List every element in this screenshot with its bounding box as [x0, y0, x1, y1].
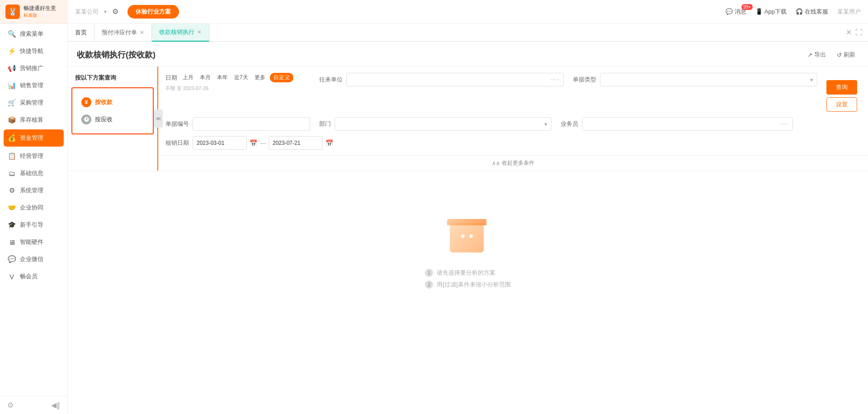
- app-icon: 📱: [755, 8, 763, 15]
- sidebar-item-9[interactable]: ⚙系统管理: [0, 182, 67, 199]
- menu-icon-5: 📦: [7, 116, 16, 124]
- logo-icon: 🐰: [5, 5, 20, 19]
- collapse-sidebar-btn[interactable]: ◀‖: [51, 401, 60, 409]
- message-badge: 99+: [741, 4, 753, 10]
- empty-state: 1 请先选择要分析的方案 2 用[过滤]条件来缩小分析范围: [68, 171, 868, 325]
- page: 收款核销执行(按收款) ↗ 导出 ↺ 刷新 按以下方案查询: [68, 42, 868, 414]
- main-area: 某某公司 ▾ ⚙ 休验行业方案 💬 消息 99+ 📱 App下载 🎧 在线客服 …: [68, 0, 868, 414]
- menu-label-3: 销售管理: [20, 81, 43, 90]
- query-sidebar-title: 按以下方案查询: [68, 74, 157, 87]
- sidebar-item-4[interactable]: 🛒采购管理: [0, 94, 67, 111]
- topbar: 某某公司 ▾ ⚙ 休验行业方案 💬 消息 99+ 📱 App下载 🎧 在线客服 …: [68, 0, 868, 24]
- online-service-btn[interactable]: 🎧 在线客服: [796, 8, 828, 16]
- menu-icon-6: 💰: [7, 134, 16, 142]
- settings-gear-icon[interactable]: ⚙: [112, 7, 118, 16]
- verify-date-end-calendar-icon[interactable]: 📅: [326, 139, 333, 147]
- sidebar: 🐰 畅捷通好生意 标准版 🔍搜索菜单⚡快捷导航📢营销推广📊销售管理🛒采购管理📦库…: [0, 0, 68, 414]
- menu-label-2: 营销推广: [20, 64, 43, 72]
- counterpart-input[interactable]: [350, 73, 551, 86]
- menu-label-5: 库存核算: [20, 116, 43, 124]
- export-button[interactable]: ↗ 导出: [804, 49, 830, 61]
- message-icon: 💬: [726, 8, 733, 15]
- logo-sub: 标准版: [24, 12, 56, 19]
- receipt-option-icon: ¥: [81, 97, 91, 107]
- page-actions: ↗ 导出 ↺ 刷新: [804, 49, 859, 61]
- company-dropdown-icon[interactable]: ▾: [104, 9, 107, 15]
- query-option-by-receipt[interactable]: ¥ 按收款: [74, 94, 151, 111]
- tab-receipt-close-icon[interactable]: ✕: [197, 29, 202, 35]
- tab-prepay[interactable]: 预付冲应付单 ✕: [94, 24, 152, 42]
- menu-icon-14: V: [7, 273, 16, 281]
- empty-step-2: 2 用[过滤]条件来缩小分析范围: [425, 281, 510, 289]
- sidebar-item-1[interactable]: ⚡快捷导航: [0, 43, 67, 60]
- close-tab-icon[interactable]: ✕: [846, 28, 852, 37]
- menu-icon-13: 💬: [7, 255, 16, 263]
- doc-num-label: 单据编号: [165, 120, 189, 128]
- sidebar-item-8[interactable]: 🗂基础信息: [0, 165, 67, 182]
- refresh-label: 刷新: [844, 51, 855, 59]
- query-option-by-receivable[interactable]: 🕐 按应收: [74, 111, 151, 128]
- menu-icon-9: ⚙: [7, 186, 16, 195]
- sidebar-logo: 🐰 畅捷通好生意 标准版: [0, 0, 67, 24]
- empty-texts: 1 请先选择要分析的方案 2 用[过滤]条件来缩小分析范围: [425, 269, 510, 289]
- service-label: 在线客服: [805, 8, 828, 16]
- app-download-btn[interactable]: 📱 App下载: [755, 8, 787, 16]
- sidebar-item-6[interactable]: 💰资金管理: [4, 129, 64, 147]
- doc-type-dropdown-icon[interactable]: ▾: [810, 76, 813, 83]
- verify-date-label: 核销日期: [165, 139, 189, 147]
- query-area: 按以下方案查询 ¥ 按收款 🕐 按应收 ≪: [68, 67, 868, 171]
- settings-icon[interactable]: ⚙: [7, 401, 14, 409]
- last-month-btn[interactable]: 上月: [181, 73, 195, 82]
- staff-more-icon[interactable]: ···: [780, 120, 789, 128]
- export-label: 导出: [814, 51, 826, 59]
- step1-num: 1: [425, 269, 433, 277]
- tab-receipt[interactable]: 收款核销执行 ✕: [152, 24, 209, 42]
- sidebar-item-0[interactable]: 🔍搜索菜单: [0, 25, 67, 43]
- setting-button[interactable]: 设置: [826, 97, 857, 112]
- menu-label-12: 智能硬件: [20, 238, 43, 246]
- verify-date-end-input[interactable]: [269, 136, 323, 150]
- last-7days-btn[interactable]: 近7天: [232, 73, 250, 82]
- menu-label-1: 快捷导航: [20, 47, 43, 55]
- menu-icon-11: 🎓: [7, 221, 16, 229]
- solution-button[interactable]: 休验行业方案: [127, 5, 179, 19]
- refresh-button[interactable]: ↺ 刷新: [833, 49, 859, 61]
- custom-date-btn[interactable]: 自定义: [270, 73, 293, 82]
- verify-date-range: 📅 — 📅: [193, 136, 333, 150]
- export-icon: ↗: [807, 52, 812, 58]
- tab-prepay-close-icon[interactable]: ✕: [140, 29, 144, 36]
- empty-step-1: 1 请先选择要分析的方案: [425, 269, 510, 277]
- sidebar-item-13[interactable]: 💬企业微信: [0, 251, 67, 268]
- tabbar-actions: ✕ ⛶: [846, 28, 868, 37]
- dept-dropdown-icon[interactable]: ▾: [544, 121, 547, 128]
- menu-label-11: 新手引导: [20, 221, 43, 229]
- sidebar-item-10[interactable]: 🤝企业协同: [0, 199, 67, 216]
- message-btn[interactable]: 💬 消息 99+: [726, 8, 746, 16]
- tab-home-label: 首页: [75, 29, 87, 37]
- expand-tab-icon[interactable]: ⛶: [855, 29, 863, 37]
- sidebar-item-14[interactable]: V畅会员: [0, 268, 67, 285]
- this-year-btn[interactable]: 本年: [215, 73, 230, 82]
- more-date-btn[interactable]: 更多: [253, 73, 267, 82]
- collapse-more-btn[interactable]: ∧∧ 收起更多条件: [158, 155, 868, 171]
- tab-home[interactable]: 首页: [68, 24, 94, 42]
- query-button[interactable]: 查询: [826, 80, 857, 95]
- doc-num-input[interactable]: [193, 117, 310, 131]
- receivable-option-label: 按应收: [95, 115, 113, 124]
- menu-label-4: 采购管理: [20, 99, 43, 107]
- sidebar-item-3[interactable]: 📊销售管理: [0, 77, 67, 94]
- query-options-container: ¥ 按收款 🕐 按应收: [71, 87, 154, 134]
- sidebar-item-5[interactable]: 📦库存核算: [0, 111, 67, 128]
- sidebar-item-12[interactable]: 🖥智能硬件: [0, 233, 67, 251]
- verify-date-start-calendar-icon[interactable]: 📅: [250, 139, 257, 147]
- sidebar-item-2[interactable]: 📢营销推广: [0, 60, 67, 77]
- sidebar-collapse-btn[interactable]: ≪: [154, 109, 163, 128]
- counterpart-more-icon[interactable]: ···: [551, 76, 560, 84]
- page-title: 收款核销执行(按收款): [77, 49, 156, 60]
- sidebar-item-7[interactable]: 📋经营管理: [0, 148, 67, 165]
- date-shortcuts: 上月 本月 本年 近7天 更多 自定义: [181, 73, 293, 82]
- sidebar-item-11[interactable]: 🎓新手引导: [0, 216, 67, 233]
- this-month-btn[interactable]: 本月: [198, 73, 212, 82]
- verify-date-start-input[interactable]: [193, 136, 247, 150]
- counterpart-label: 往来单位: [319, 76, 343, 84]
